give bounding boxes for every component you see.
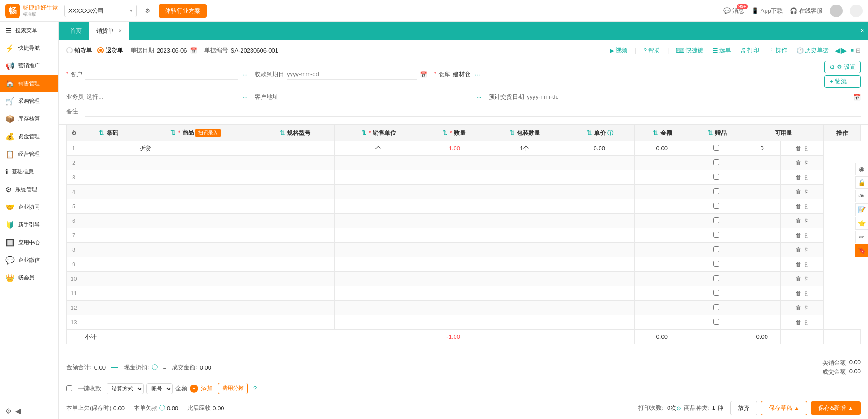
minus-btn[interactable]: — (111, 363, 118, 371)
tab-sales-order[interactable]: 销货单 × (89, 22, 129, 40)
copy-row-btn[interactable]: ⎘ (804, 202, 809, 211)
help-action[interactable]: ? 帮助 (641, 45, 663, 55)
prev-page-btn[interactable]: ◀ (835, 46, 840, 55)
save-draft-btn[interactable]: 保存草稿 ▲ (761, 401, 808, 415)
gift-checkbox[interactable] (713, 145, 719, 151)
note-input[interactable] (85, 106, 861, 117)
experience-btn[interactable]: 体验行业方案 (159, 4, 207, 18)
sidebar-settings-icon[interactable]: ⚙ (5, 407, 12, 415)
salesperson-input[interactable] (87, 92, 238, 102)
sidebar-item-enterprise[interactable]: 🤝 企业协同 (0, 198, 58, 216)
gift-checkbox[interactable] (713, 217, 719, 223)
gift-checkbox[interactable] (713, 174, 719, 180)
payment-method-select[interactable]: 结算方式 (107, 383, 144, 394)
gift-checkbox[interactable] (713, 232, 719, 238)
online-service-btn[interactable]: 🎧 在线客服 (790, 7, 823, 15)
tab-home[interactable]: 首页 (63, 22, 89, 40)
shortcut-action[interactable]: ⌨ 快捷键 (673, 45, 706, 55)
delete-row-btn[interactable]: 🗑 (795, 318, 802, 327)
avatar[interactable] (830, 5, 843, 17)
rf-btn-6[interactable]: ✏ (855, 231, 868, 243)
calendar-icon[interactable]: 📅 (190, 47, 197, 54)
radio-return[interactable]: 退货单 (97, 46, 123, 54)
delete-row-btn[interactable]: 🗑 (795, 217, 802, 225)
discount-info-icon[interactable]: ⓘ (152, 363, 158, 371)
sort-qty-icon[interactable]: ⇅ (442, 130, 447, 136)
scan-btn[interactable]: 扫码录入 (195, 129, 221, 137)
sort-spec-icon[interactable]: ⇅ (280, 130, 285, 136)
sidebar-collapse-icon[interactable]: ◀ (15, 407, 21, 415)
logistics-action-btn[interactable]: + 物流 (824, 75, 861, 88)
sort-product-icon[interactable]: ⇅ (170, 129, 175, 136)
delivery-calendar-icon[interactable]: 📅 (853, 94, 861, 101)
price-info-icon[interactable]: ⓘ (607, 130, 613, 136)
next-page-btn[interactable]: ▶ (841, 46, 847, 55)
sidebar-item-basic-info[interactable]: ℹ 基础信息 (0, 163, 58, 181)
delete-row-btn[interactable]: 🗑 (795, 303, 802, 312)
customer-input[interactable] (85, 69, 238, 80)
delete-row-btn[interactable]: 🗑 (795, 144, 802, 153)
messages-btn[interactable]: 💬 消息 99+ (723, 7, 744, 15)
delete-row-btn[interactable]: 🗑 (795, 289, 802, 298)
copy-row-btn[interactable]: ⎘ (804, 173, 809, 182)
rf-btn-7[interactable]: 🔖 (855, 244, 868, 257)
sort-barcode-icon[interactable]: ⇅ (99, 130, 104, 136)
settings-action-btn[interactable]: ⚙ ⚙ 设置 (824, 61, 861, 73)
customer-address-input[interactable] (281, 92, 472, 102)
sidebar-item-inventory[interactable]: 📦 库存核算 (0, 110, 58, 128)
sidebar-item-quick-nav[interactable]: ⚡ 快捷导航 (0, 39, 58, 57)
copy-row-btn[interactable]: ⎘ (804, 231, 809, 240)
salesperson-dots[interactable]: ··· (242, 94, 247, 101)
gift-checkbox[interactable] (713, 304, 719, 310)
delete-row-btn[interactable]: 🗑 (795, 173, 802, 182)
rf-btn-3[interactable]: 👁 (855, 190, 868, 202)
close-tab-icon[interactable]: × (860, 27, 864, 35)
sidebar-item-capital[interactable]: 💰 资金管理 (0, 128, 58, 145)
radio-sales[interactable]: 销货单 (66, 46, 92, 54)
sort-price-icon[interactable]: ⇅ (587, 130, 592, 136)
sort-gift-icon[interactable]: ⇅ (708, 130, 713, 136)
sidebar-item-sales-mgmt[interactable]: 🏠 销售管理 (0, 75, 58, 92)
sidebar-item-marketing[interactable]: 📢 营销推广 (0, 57, 58, 75)
discard-btn[interactable]: 放弃 (730, 401, 757, 415)
save-new-btn[interactable]: 保存&新增 ▲ (811, 401, 861, 415)
delete-row-btn[interactable]: 🗑 (795, 188, 802, 196)
video-action[interactable]: ▶ 视频 (607, 45, 630, 55)
sidebar-item-operation[interactable]: 📋 经营管理 (0, 145, 58, 163)
rf-btn-5[interactable]: ⭐ (855, 217, 868, 230)
add-payment-btn[interactable]: + (190, 385, 198, 393)
payment-account-select[interactable]: 账号 (146, 383, 173, 394)
gift-checkbox[interactable] (713, 290, 719, 296)
sidebar-item-newbie[interactable]: 🔰 新手引导 (0, 216, 58, 234)
delete-row-btn[interactable]: 🗑 (795, 231, 802, 240)
table-gear-icon[interactable]: ⚙ (71, 130, 77, 136)
copy-row-btn[interactable]: ⎘ (804, 289, 809, 298)
copy-row-btn[interactable]: ⎘ (804, 318, 809, 327)
due-date-input[interactable] (287, 69, 417, 80)
copy-row-btn[interactable]: ⎘ (804, 303, 809, 312)
select-action[interactable]: ☰ 选单 (710, 45, 734, 55)
sidebar-item-member[interactable]: 👑 畅会员 (0, 269, 58, 287)
fee-split-btn[interactable]: 费用分摊 (218, 383, 248, 394)
copy-row-btn[interactable]: ⎘ (804, 260, 809, 269)
history-action[interactable]: 🕐 历史单据 (794, 45, 831, 55)
copy-row-btn[interactable]: ⎘ (804, 188, 809, 196)
copy-row-btn[interactable]: ⎘ (804, 275, 809, 283)
rf-btn-4[interactable]: 📝 (855, 203, 868, 216)
one-click-pay-checkbox[interactable] (66, 385, 72, 391)
gift-checkbox[interactable] (713, 188, 719, 194)
sort-pack-icon[interactable]: ⇅ (509, 130, 514, 136)
gift-checkbox[interactable] (713, 246, 719, 252)
delete-row-btn[interactable]: 🗑 (795, 275, 802, 283)
warehouse-dots[interactable]: ··· (475, 71, 480, 78)
delete-row-btn[interactable]: 🗑 (795, 260, 802, 269)
operate-action[interactable]: ⋮ 操作 (766, 45, 790, 55)
gift-checkbox[interactable] (713, 275, 719, 281)
due-date-calendar-icon[interactable]: 📅 (420, 71, 427, 78)
delete-row-btn[interactable]: 🗑 (795, 159, 802, 167)
avatar-extra[interactable] (850, 5, 863, 17)
gift-checkbox[interactable] (713, 159, 719, 165)
receivable-info-icon[interactable]: ⓘ (159, 404, 165, 412)
gift-checkbox[interactable] (713, 261, 719, 267)
delete-row-btn[interactable]: 🗑 (795, 202, 802, 211)
